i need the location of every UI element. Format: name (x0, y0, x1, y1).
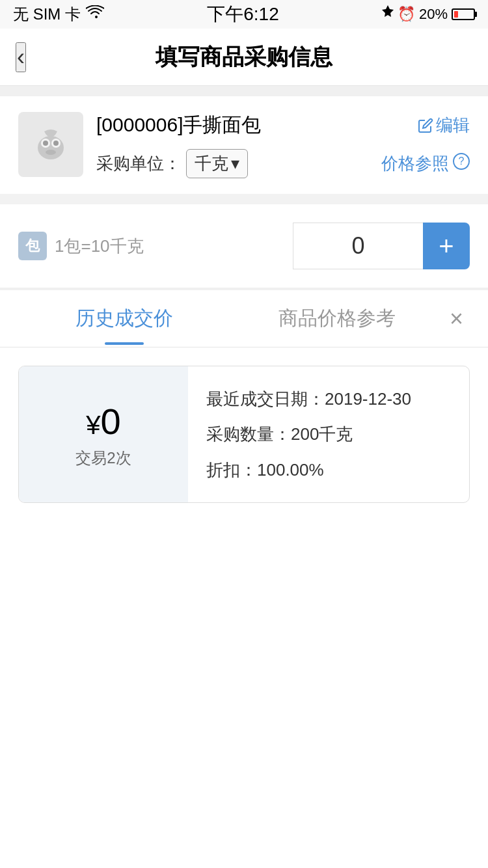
product-top-row: [0000006]手撕面包 编辑 (96, 112, 470, 139)
unit-label-text: 采购单位： (96, 152, 181, 175)
tab-history-price[interactable]: 历史成交价 (18, 292, 230, 345)
time-display: 下午6:12 (207, 2, 279, 27)
tab-product-price-ref[interactable]: 商品价格参考 (230, 292, 442, 345)
tab-header: 历史成交价 商品价格参考 × (0, 290, 488, 347)
unit-left: 采购单位： 千克 ▾ (96, 149, 248, 178)
product-name: [0000006]手撕面包 (96, 112, 261, 139)
quantity-row: 包 1包=10千克 + (0, 204, 488, 288)
svg-point-5 (46, 150, 56, 155)
unit-box: 包 (18, 232, 47, 260)
quantity-label: 采购数量： (206, 424, 291, 444)
unit-ratio: 1包=10千克 (55, 235, 144, 258)
page-title: 填写商品采购信息 (156, 42, 332, 72)
product-unit-row: 采购单位： 千克 ▾ 价格参照 ? (96, 149, 470, 178)
chevron-down-icon: ▾ (231, 154, 239, 174)
back-button[interactable]: ‹ (16, 42, 26, 72)
discount-row: 折扣：100.00% (206, 458, 451, 481)
recent-date-row: 最近成交日期：2019-12-30 (206, 387, 451, 411)
wifi-icon (86, 5, 104, 23)
battery-percentage: 20% (419, 6, 448, 23)
discount-value: 100.00% (257, 460, 324, 480)
recent-date-label: 最近成交日期： (206, 389, 325, 409)
quantity-value: 200千克 (291, 424, 353, 444)
quantity-input[interactable] (293, 223, 423, 269)
status-left: 无 SIM 卡 (13, 4, 104, 25)
section-separator (0, 194, 488, 204)
svg-point-0 (38, 136, 64, 159)
quantity-row-detail: 采购数量：200千克 (206, 422, 451, 446)
price-value: 0 (101, 401, 121, 442)
product-thumbnail (18, 112, 83, 177)
svg-point-4 (53, 141, 59, 146)
product-header: [0000006]手撕面包 编辑 采购单位： 千克 ▾ (18, 112, 470, 178)
tab-close-button[interactable]: × (443, 299, 470, 339)
recent-date-value: 2019-12-30 (325, 389, 411, 409)
edit-button[interactable]: 编辑 (418, 114, 470, 137)
nav-bar: ‹ 填写商品采购信息 (0, 29, 488, 86)
product-info: [0000006]手撕面包 编辑 采购单位： 千克 ▾ (96, 112, 470, 178)
tab-panel: 历史成交价 商品价格参考 × ¥0 交易2次 最近成交日期：2019-12-30… (0, 290, 488, 521)
sim-indicator: 无 SIM 卡 (13, 4, 81, 25)
battery-icon (452, 8, 475, 20)
tab-content: ¥0 交易2次 最近成交日期：2019-12-30 采购数量：200千克 折扣：… (0, 347, 488, 521)
currency-symbol: ¥ (86, 411, 100, 439)
unit-label-container: 包 1包=10千克 (18, 232, 144, 260)
discount-label: 折扣： (206, 460, 257, 480)
page-background (0, 521, 488, 868)
status-bar: 无 SIM 卡 下午6:12 ⏰ 20% (0, 0, 488, 29)
status-right: ⏰ 20% (382, 5, 475, 23)
unit-dropdown[interactable]: 千克 ▾ (186, 149, 248, 178)
help-icon: ? (453, 153, 470, 174)
price-reference-button[interactable]: 价格参照 ? (381, 152, 470, 175)
price-left-panel: ¥0 交易2次 (19, 366, 188, 502)
alarm-icon: ⏰ (398, 6, 415, 23)
price-card: ¥0 交易2次 最近成交日期：2019-12-30 采购数量：200千克 折扣：… (18, 366, 470, 503)
location-icon (382, 5, 394, 23)
quantity-input-group: + (293, 223, 470, 269)
svg-point-3 (43, 141, 48, 146)
price-right-panel: 最近成交日期：2019-12-30 采购数量：200千克 折扣：100.00% (188, 366, 469, 502)
svg-text:?: ? (459, 156, 465, 167)
quantity-plus-button[interactable]: + (423, 223, 470, 269)
trade-count: 交易2次 (75, 448, 131, 468)
price-amount: ¥0 (86, 400, 120, 442)
product-card: [0000006]手撕面包 编辑 采购单位： 千克 ▾ (0, 96, 488, 194)
